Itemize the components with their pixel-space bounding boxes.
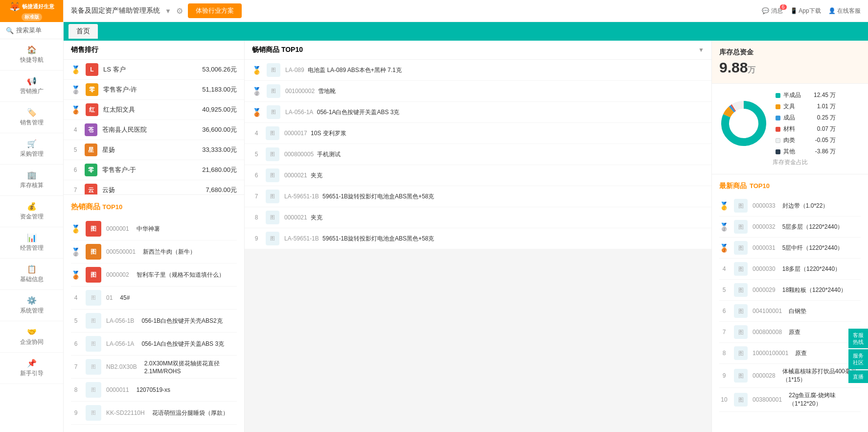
latest-img-placeholder: 图 (734, 304, 748, 318)
topbar-settings-icon[interactable]: ⚙ (176, 6, 183, 16)
top-product-info: 001000002 雪地靴 (285, 87, 704, 96)
live-btn[interactable]: 直播 (848, 370, 868, 383)
latest-item: 9 图 0000028 体械嘉核味苏打饮品400毫升（1*15） (719, 364, 861, 388)
top-product-info: LA-089 电池盖 LA-089 ABS本色+黑种 7.1克 (285, 66, 704, 74)
hot-product-item: 4 图 01 45# (71, 287, 237, 310)
sidebar-item-marketing[interactable]: 📢 营销推广 (0, 71, 63, 102)
product-img-placeholder: 图 (266, 232, 279, 245)
ranking-amount-1: 53,006.26元 (202, 65, 237, 74)
rank-num: 8 (252, 214, 261, 221)
latest-img-placeholder: 图 (734, 369, 748, 383)
product-img-placeholder: 图 (86, 382, 101, 398)
sidebar-item-guide[interactable]: 📌 新手引导 (0, 353, 63, 384)
inventory-section: 库存总资金 9.88万 (712, 41, 868, 84)
online-service-btn[interactable]: 👤 在线客服 (828, 7, 861, 15)
hot-product-item: 🥉 图 0000002 智利车子里（规格不知道填什么） (71, 264, 237, 287)
top-product-info: 0000021 夹克 (284, 171, 704, 180)
sidebar-item-purchase[interactable]: 🛒 采购管理 (0, 133, 63, 165)
ranking-name-5: 星扬 (102, 145, 197, 154)
sidebar-item-system[interactable]: ⚙️ 系统管理 (0, 290, 63, 321)
rank-num: 6 (252, 172, 261, 179)
product-rank: 🥇 (71, 224, 81, 234)
search-menu[interactable]: 🔍 搜索菜单 (0, 22, 63, 39)
product-name: 智利车子里（规格不知道填什么） (137, 271, 237, 279)
product-rank-9: 9 (71, 409, 81, 416)
ranking-name-6: 零售客户-于 (102, 166, 197, 174)
ranking-avatar-7: 云 (85, 184, 97, 194)
product-img-placeholder: 图 (86, 405, 101, 421)
ranking-item: 🥇 L LS 客户 53,006.26元 (64, 60, 244, 80)
legend-item-4: 材料 0.07 万 (776, 125, 836, 133)
sidebar-item-operation[interactable]: 📊 经营管理 (0, 227, 63, 259)
product-name: 花语萌恒温分腿睡袋（厚款） (152, 409, 237, 417)
content-area: 销售排行 🥇 L LS 客户 53,006.26元 🥈 零 零售客户-许 51,… (64, 41, 868, 432)
top-product-item: 8 图 0000021 夹克 (245, 207, 711, 228)
product-name: 45# (120, 294, 237, 301)
hot-product-item: 6 图 LA-056-1A 056-1A白色按键开关盖ABS 3克 (71, 333, 237, 356)
latest-item: 10 图 003800001 22g鱼豆腐-烧烤味（1*12*20） (719, 388, 861, 412)
sidebar-item-collab[interactable]: 🤝 企业协同 (0, 321, 63, 353)
top-product-info: 0000021 夹克 (284, 214, 704, 222)
medal-icon: 🥇 (252, 66, 262, 75)
legend-item-5: 肉类 -0.05 万 (776, 136, 836, 144)
top-products-list: 🥇 图 LA-089 电池盖 LA-089 ABS本色+黑种 7.1克 🥈 (245, 60, 711, 249)
product-name: 2.0X30MM双搓花轴搓花直径2.1MM/ROHS (144, 360, 237, 375)
sidebar-item-base[interactable]: 📋 基础信息 (0, 259, 63, 290)
product-code: 0000001 (106, 225, 129, 232)
product-img-placeholder: 图 (266, 211, 279, 224)
legend-item-3: 成品 0.25 万 (776, 114, 836, 122)
ranking-amount-3: 40,925.00元 (202, 105, 237, 114)
app-download-btn[interactable]: 📱 App下载 (790, 7, 821, 15)
rank-num-6: 6 (71, 167, 80, 173)
ranking-amount-6: 21,680.00元 (202, 166, 237, 174)
product-img-placeholder: 图 (267, 63, 280, 77)
product-rank: 🥉 (71, 270, 81, 280)
sidebar-item-sales[interactable]: 🏷️ 销售管理 (0, 102, 63, 133)
latest-img-placeholder: 图 (734, 220, 748, 234)
ranking-avatar-4: 苍 (85, 123, 97, 136)
latest-item: 7 图 000800008 原查 (719, 322, 861, 343)
sidebar-item-finance[interactable]: 💰 资金管理 (0, 196, 63, 227)
scroll-indicator[interactable]: ▼ (698, 47, 704, 53)
latest-img-placeholder: 图 (734, 283, 748, 297)
topbar: 装备及固定资产辅助管理系统 ▼ ⚙ 体验行业方案 💬 消息 6 📱 App下载 … (64, 0, 868, 22)
legend-dot (776, 104, 780, 109)
sales-icon: 🏷️ (27, 108, 37, 117)
top-product-item: 4 图 0000017 10S 变利罗浆 (245, 123, 711, 144)
message-btn[interactable]: 💬 消息 6 (762, 7, 782, 15)
top-product-info: LA-59651-1B 59651-1B旋转投影灯电池盒ABS黑色+58克 (284, 192, 704, 201)
tab-home[interactable]: 首页 (69, 24, 98, 39)
customer-service-btn[interactable]: 客服热线 (848, 329, 868, 349)
sidebar-item-label: 快捷导航 (20, 56, 44, 64)
rank-num: 5 (252, 151, 261, 158)
ranking-avatar-2: 零 (86, 83, 98, 96)
ranking-item: 🥉 红 红太阳文具 40,925.00元 (64, 100, 244, 120)
sales-ranking-list: 🥇 L LS 客户 53,006.26元 🥈 零 零售客户-许 51,183.0… (64, 60, 244, 194)
inventory-amount: 9.88万 (719, 59, 861, 76)
product-img-2: 图 (86, 244, 101, 260)
rank-num-5: 5 (71, 146, 80, 153)
top-product-item: 🥉 图 LA-056-1A 056-1A白色按键开关盖ABS 3克 (245, 102, 711, 123)
right-panel: 库存总资金 9.88万 (711, 41, 868, 432)
trial-btn[interactable]: 体验行业方案 (188, 3, 242, 18)
sidebar-item-label: 库存核算 (20, 181, 44, 190)
service-icon: 👤 (828, 7, 836, 14)
rank-num-4: 4 (71, 126, 80, 133)
ranking-avatar-5: 星 (85, 144, 97, 156)
topbar-dropdown-icon[interactable]: ▼ (165, 7, 171, 15)
product-rank-8: 8 (71, 386, 81, 393)
chart-caption: 库存资金占比 (719, 158, 861, 167)
service-community-btn[interactable]: 服务社区 (848, 349, 868, 369)
sidebar-item-label: 系统管理 (20, 307, 44, 315)
top-product-info: LA-59651-1B 59651-1B旋转投影灯电池盒ABS黑色+58克 (284, 235, 704, 243)
topbar-title: 装备及固定资产辅助管理系统 (71, 6, 160, 15)
collab-icon: 🤝 (27, 327, 37, 336)
purchase-icon: 🛒 (27, 139, 37, 148)
sidebar-item-inventory[interactable]: 🏢 库存核算 (0, 165, 63, 196)
sidebar-item-home[interactable]: 🏠 快捷导航 (0, 39, 63, 71)
product-img-placeholder: 图 (266, 126, 279, 140)
app-download-icon: 📱 (790, 7, 798, 14)
product-code: 0000002 (106, 271, 129, 278)
system-icon: ⚙️ (27, 296, 37, 305)
latest-item: 5 图 0000029 18颗粒板（1220*2440） (719, 280, 861, 301)
